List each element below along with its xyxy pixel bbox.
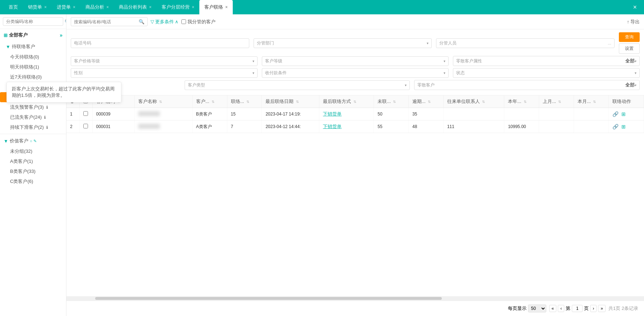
row-action-icons: 🔗 ⊞ <box>608 108 644 121</box>
row-contact-person <box>443 108 504 121</box>
help-icon[interactable]: ℹ <box>46 105 48 109</box>
help-icon[interactable]: ℹ <box>44 115 46 119</box>
settings-button[interactable]: 设置 <box>619 43 640 54</box>
sidebar-today-pending[interactable]: 今天待联络(0) <box>0 52 66 62</box>
horizontal-scrollbar[interactable] <box>66 296 644 301</box>
sidebar-already-lost[interactable]: 已流失客户(24) ℹ <box>0 112 66 122</box>
nav-customer-tier[interactable]: 客户分层经营 × <box>157 0 199 14</box>
sort-icon: ⇅ <box>296 100 299 104</box>
sidebar-continuous-down[interactable]: 持续下滑客户(2) ℹ <box>0 122 66 132</box>
row-last-method[interactable]: 下销货单 <box>319 121 374 133</box>
last-page-button[interactable]: » <box>598 305 606 312</box>
col-unpaid[interactable]: 未联... ⇅ <box>374 95 409 108</box>
filter-row-4: ... 客户类型 ▾ 零散客户 全部 ▾ <box>71 80 640 90</box>
sidebar-b-class[interactable]: B类客户(33) <box>0 166 66 176</box>
row-last-date: 2023-04-12 14:44: <box>262 121 319 133</box>
close-icon[interactable]: × <box>149 5 152 10</box>
sort-icon: ⇅ <box>393 100 396 104</box>
nav-product-analysis[interactable]: 商品分析 × <box>80 0 114 14</box>
row-checkbox[interactable] <box>79 108 92 121</box>
dept-filter[interactable]: 分管部门 ▾ <box>254 38 432 48</box>
col-last-contact-method[interactable]: 最后联络方式 ⇅ <box>319 95 374 108</box>
content-area: 🔍 ▽ 更多条件 ∧ 我分管的客户 ↑ 导出 电话号码 <box>66 14 644 316</box>
pending-contact-header[interactable]: ▼ 待联络客户 <box>0 41 66 52</box>
row-select-checkbox[interactable] <box>83 124 88 128</box>
page-size-select[interactable]: 50 20 100 <box>528 305 546 312</box>
close-icon[interactable]: × <box>44 5 47 10</box>
help-icon[interactable]: ℹ <box>46 125 48 129</box>
close-icon[interactable]: × <box>225 5 228 10</box>
close-icon[interactable]: × <box>106 5 109 10</box>
query-button[interactable]: 查询 <box>619 32 640 42</box>
col-this-year[interactable]: 本年... ⇅ <box>504 95 539 108</box>
filter-row-1: 电话号码 分管部门 ▾ 分管人员 … 查询 设置 <box>71 32 640 54</box>
sidebar-7days-pending[interactable]: 近7天待联络(0) <box>0 72 66 82</box>
grid-action-icon[interactable]: ⊞ <box>621 111 626 117</box>
current-page-input[interactable] <box>572 305 583 312</box>
row-last-method[interactable]: 下销货单 <box>319 108 374 121</box>
sort-icon: ⇅ <box>159 100 162 104</box>
phone-filter[interactable]: 电话号码 <box>71 38 249 48</box>
prev-page-button[interactable]: ‹ <box>558 305 564 312</box>
retail-attr-label: 零散客户属性 <box>456 58 624 64</box>
table-row: 2 000031 A类客户 7 2023-04-12 14:44: 下销货单 5… <box>66 121 644 133</box>
grid-action-icon[interactable]: ⊞ <box>621 124 626 129</box>
row-name <box>134 121 192 133</box>
gender-filter[interactable]: 性别 ▾ <box>71 68 258 78</box>
close-icon[interactable]: × <box>73 5 75 10</box>
close-icon[interactable]: × <box>192 5 194 10</box>
all-customers-header[interactable]: ⊞ 全部客户 » <box>0 29 66 41</box>
sidebar-a-class[interactable]: A类客户(1) <box>0 156 66 166</box>
next-page-button[interactable]: › <box>590 305 597 312</box>
table-row: 1 000039 B类客户 15 2023-04-17 14:19: 下销货单 … <box>66 108 644 121</box>
nav-product-analysis-list[interactable]: 商品分析列表 × <box>114 0 157 14</box>
sidebar-search-input[interactable] <box>3 17 63 26</box>
row-contact-count: 15 <box>227 108 262 121</box>
row-this-year <box>504 108 539 121</box>
col-last-month[interactable]: 上月... ⇅ <box>539 95 574 108</box>
main-layout: 🔍 ⊞ 全部客户 » ▼ 待联络客户 今天待联络(0) 明天待联络(1) 近7天… <box>0 14 644 316</box>
sidebar-lost-risk[interactable]: 流失预警客户(3) ℹ <box>0 102 66 112</box>
staff-filter[interactable]: 分管人员 … <box>436 38 615 48</box>
my-customers-check[interactable] <box>181 19 186 24</box>
nav-purchase-order[interactable]: 进货单 × <box>52 0 80 14</box>
nav-customer-contact[interactable]: 客户联络 × <box>199 0 233 14</box>
row-last-month <box>539 108 574 121</box>
edit-icon[interactable]: ○ ✎ <box>30 139 37 143</box>
tooltip-box: 距客户上次交易时长，超过了此客户的平均交易周期的1.5倍，则视为异常。 <box>6 82 121 103</box>
nav-sales-order[interactable]: 销货单 × <box>23 0 52 14</box>
nav-home[interactable]: 首页 <box>4 0 23 14</box>
col-this-month[interactable]: 本月... ⇅ <box>574 95 609 108</box>
retail-attr-filter[interactable]: 零散客户属性 全部 ▾ <box>453 56 640 66</box>
price-level-filter[interactable]: 客户价格等级 ▾ <box>71 56 258 66</box>
customer-type-filter[interactable]: 客户类型 ▾ <box>185 80 410 90</box>
first-page-button[interactable]: « <box>549 305 557 312</box>
customer-level-filter[interactable]: 客户等级 ▾ <box>262 56 449 66</box>
sidebar-tomorrow-pending[interactable]: 明天待联络(1) <box>0 62 66 72</box>
retail-customer-filter[interactable]: 零散客户 全部 ▾ <box>414 80 640 90</box>
row-last-date: 2023-04-17 14:19: <box>262 108 319 121</box>
more-conditions-button[interactable]: ▽ 更多条件 ∧ <box>150 19 179 25</box>
sidebar-ungroup[interactable]: 未分组(32) <box>0 146 66 156</box>
collapse-icon[interactable]: » <box>60 32 62 38</box>
link-action-icon[interactable]: 🔗 <box>612 111 618 117</box>
my-customers-checkbox[interactable]: 我分管的客户 <box>181 19 216 25</box>
search-icon[interactable]: 🔍 <box>139 19 144 24</box>
col-contact-person[interactable]: 往来单位联系人 ⇅ <box>443 95 504 108</box>
search-input[interactable] <box>74 19 139 24</box>
export-button[interactable]: ↑ 导出 <box>627 19 640 25</box>
col-customer-name[interactable]: 客户名称 ⇅ <box>134 95 192 108</box>
row-select-checkbox[interactable] <box>83 111 88 116</box>
sidebar-c-class[interactable]: C类客户(6) <box>0 176 66 187</box>
status-filter[interactable]: 状态 ▾ <box>453 68 640 78</box>
col-contact-count[interactable]: 联络... ⇅ <box>227 95 262 108</box>
col-customer-type[interactable]: 客户... ⇅ <box>192 95 227 108</box>
scroll-thumb[interactable] <box>95 297 442 300</box>
value-customer-header[interactable]: ▼ 价值客户 ○ ✎ <box>0 136 66 146</box>
link-action-icon[interactable]: 🔗 <box>612 124 618 129</box>
col-overdue[interactable]: 逾期... ⇅ <box>409 95 444 108</box>
col-last-contact-date[interactable]: 最后联络日期 ⇅ <box>262 95 319 108</box>
row-checkbox[interactable] <box>79 121 92 133</box>
window-close-button[interactable]: × <box>629 4 640 11</box>
pay-condition-filter[interactable]: 收付款条件 ▾ <box>262 68 449 78</box>
